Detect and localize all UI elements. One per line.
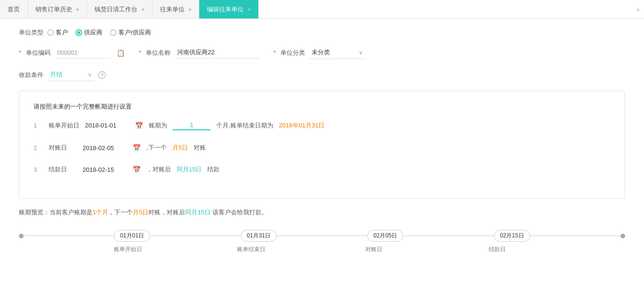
timeline-wrapper: 01月01日 01月31日 02月05日 02月15日 — [19, 230, 625, 263]
timeline-line-5 — [530, 236, 620, 236]
tab-home-label: 首页 — [8, 5, 20, 14]
payment-cond-dropdown[interactable]: 月结 ∨ — [47, 68, 94, 81]
timeline-badge-3: 02月05日 — [367, 230, 404, 242]
tab-partner[interactable]: 往来单位 × — [153, 0, 199, 18]
tab-cash-work-label: 钱货日清工作台 — [94, 5, 137, 14]
row-desc-2-highlight: 月5日 — [172, 144, 188, 152]
unit-code-field: * 单位编码 📋 — [19, 47, 125, 59]
tab-home[interactable]: 首页 — [0, 0, 28, 18]
preview-part2: 月5日 — [133, 209, 148, 216]
row-desc-2-suffix: 对账 — [194, 144, 206, 152]
row-label-1: 账单开始日 — [49, 121, 79, 130]
preview-suffix: 该客户会给我打款。 — [212, 209, 268, 216]
radio-customer[interactable]: 客户 — [47, 28, 68, 37]
unit-type-radio-group: 客户 供应商 客户/供应商 — [47, 28, 151, 37]
setting-row-1: 1 账单开始日 2018-01-01 📅 账期为 个月,账单结束日期为 2018… — [34, 120, 610, 130]
unit-name-label: 单位名称 — [146, 49, 170, 57]
radio-customer-supplier[interactable]: 客户/供应商 — [110, 28, 151, 37]
close-cash-work-icon[interactable]: × — [141, 7, 144, 12]
timeline-start-dot — [19, 234, 24, 238]
timeline-label-3: 对账日 — [355, 245, 393, 253]
row-cal-1[interactable]: 📅 — [135, 122, 143, 129]
row-desc-3-highlight: 同月15日 — [177, 165, 202, 174]
timeline-label-2: 账单结束日 — [232, 245, 270, 253]
preview-part1: 1个月 — [93, 209, 108, 216]
close-partner-icon[interactable]: × — [188, 7, 191, 12]
preview-middle2: 对账，对账后 — [148, 209, 185, 216]
settings-title: 请按照未来的一个完整帐期进行设置 — [34, 102, 610, 111]
unit-info-row: * 单位编码 📋 * 单位名称 * 单位分类 未分类 ∨ — [19, 46, 625, 59]
row-date-3: 2018-02-15 — [83, 166, 125, 173]
unit-code-input[interactable] — [54, 47, 111, 59]
unit-name-field: * 单位名称 — [139, 47, 259, 59]
row-desc-period-prefix: 账期为 — [149, 121, 167, 130]
unit-category-chevron-icon: ∨ — [359, 50, 363, 56]
payment-help-icon[interactable]: ? — [98, 71, 106, 79]
preview-middle: ，下一个 — [108, 209, 133, 216]
row-cal-2[interactable]: 📅 — [133, 144, 141, 152]
tab-sales-history[interactable]: 销售订单历史 × — [28, 0, 87, 18]
timeline-badge-1: 01月01日 — [114, 230, 150, 242]
close-sales-history-icon[interactable]: × — [76, 7, 79, 12]
tabs-bar: 首页 销售订单历史 × 钱货日清工作台 × 往来单位 × 编辑往来单位 × › — [0, 0, 644, 19]
unit-category-value: 未分类 — [312, 48, 356, 57]
unit-code-copy-icon[interactable]: 📋 — [117, 49, 125, 57]
timeline-badge-2: 01月31日 — [241, 230, 277, 242]
timeline-line-2 — [150, 236, 240, 236]
tab-more-button[interactable]: › — [632, 5, 644, 14]
tab-edit-partner[interactable]: 编辑往来单位 × — [199, 0, 258, 18]
row-desc-period-unit: 个月,账单结束日期为 — [216, 121, 273, 130]
preview-text: 账期预览：当前客户账期是1个月，下一个月5日对账，对账后同月15日 该客户会给我… — [19, 208, 625, 217]
radio-customer-circle — [47, 29, 54, 36]
payment-cond-chevron-icon: ∨ — [88, 72, 92, 78]
row-date-2: 2018-02-05 — [83, 144, 125, 152]
radio-supplier-label: 供应商 — [84, 28, 102, 37]
payment-cond-row: 收款条件 月结 ∨ ? — [19, 68, 625, 81]
radio-supplier[interactable]: 供应商 — [76, 28, 102, 37]
unit-category-label: 单位分类 — [280, 49, 305, 57]
row-num-2: 2 — [34, 144, 43, 152]
row-num-3: 3 — [34, 166, 43, 173]
unit-category-star: * — [273, 49, 276, 56]
unit-name-input[interactable] — [174, 47, 259, 59]
payment-cond-field: 收款条件 月结 ∨ ? — [19, 68, 106, 81]
row-desc-2-prefix: ,下一个 — [146, 144, 167, 152]
row-label-3: 结款日 — [49, 165, 77, 174]
row-desc-3-prefix: ，对账后 — [146, 165, 171, 174]
setting-row-2: 2 对账日 2018-02-05 📅 ,下一个月5日 对账 — [34, 144, 610, 152]
unit-name-star: * — [139, 49, 141, 56]
row-cal-3[interactable]: 📅 — [133, 166, 141, 173]
timeline-node-4: 02月15日 — [494, 230, 530, 242]
row-desc-3-suffix: 结款 — [207, 165, 220, 174]
radio-customer-supplier-circle — [110, 29, 117, 36]
unit-code-label: 单位编码 — [26, 49, 51, 57]
unit-type-row: 单位类型 客户 供应商 客户/供应商 — [19, 28, 625, 37]
timeline-node-1: 01月01日 — [114, 230, 150, 242]
timeline-node-3: 02月05日 — [367, 230, 404, 242]
radio-customer-label: 客户 — [56, 28, 68, 37]
unit-code-star: * — [19, 49, 21, 56]
radio-supplier-circle — [76, 29, 82, 36]
timeline-line-1 — [24, 236, 114, 236]
tab-partner-label: 往来单位 — [160, 5, 185, 14]
preview-part3: 同月15日 — [185, 209, 210, 216]
row-date-1: 2018-01-01 — [85, 122, 127, 129]
payment-cond-label: 收款条件 — [19, 71, 43, 79]
row-num-1: 1 — [34, 122, 43, 129]
period-input[interactable] — [173, 120, 211, 130]
timeline-node-2: 01月31日 — [241, 230, 277, 242]
tab-sales-history-label: 销售订单历史 — [35, 5, 72, 14]
timeline-label-4: 结款日 — [478, 245, 516, 253]
unit-category-field: * 单位分类 未分类 ∨ — [273, 46, 365, 59]
timeline-line-3 — [277, 236, 367, 236]
close-edit-partner-icon[interactable]: × — [247, 7, 250, 12]
main-content: 单位类型 客户 供应商 客户/供应商 * 单位编码 — [0, 19, 644, 287]
timeline-badge-4: 02月15日 — [494, 230, 530, 242]
tab-cash-work[interactable]: 钱货日清工作台 × — [87, 0, 152, 18]
payment-cond-value: 月结 — [50, 70, 85, 79]
settings-box: 请按照未来的一个完整帐期进行设置 1 账单开始日 2018-01-01 📅 账期… — [19, 91, 625, 199]
unit-type-label: 单位类型 — [19, 28, 43, 37]
tab-edit-partner-label: 编辑往来单位 — [207, 5, 244, 14]
unit-category-dropdown[interactable]: 未分类 ∨ — [309, 46, 365, 59]
unit-type-field: 单位类型 客户 供应商 客户/供应商 — [19, 28, 151, 37]
